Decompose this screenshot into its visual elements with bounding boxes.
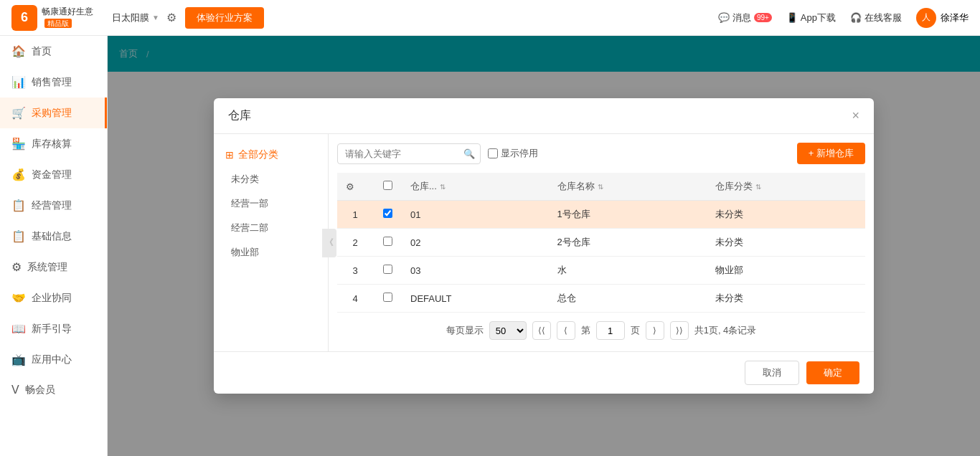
enterprise-icon: 🤝: [11, 291, 26, 305]
row-checkbox[interactable]: [383, 265, 392, 274]
sidebar-label-finance: 资金管理: [32, 168, 72, 181]
category-item-property[interactable]: 物业部: [214, 240, 328, 265]
table-row[interactable]: 3 03 水 物业部: [337, 257, 865, 285]
first-page-button[interactable]: ⟨⟨: [532, 321, 551, 340]
row-name: 2号仓库: [549, 229, 707, 257]
category-panel: ⊞ 全部分类 未分类 经营一部 经营二部 物业部 《: [214, 134, 329, 351]
app-download-action[interactable]: 📱 App下载: [786, 11, 836, 24]
page-size-select[interactable]: 50 100 200: [489, 321, 527, 340]
header-right: 💬 消息 99+ 📱 App下载 🎧 在线客服 人 徐泽华: [718, 8, 969, 28]
layout: 🏠 首页 📊 销售管理 🛒 采购管理 🏪 库存核算 💰 资金管理 📋 经营管理 …: [0, 36, 980, 456]
select-all-checkbox[interactable]: [383, 181, 392, 190]
sidebar-item-finance[interactable]: 💰 资金管理: [0, 159, 107, 190]
table-wrap: ⚙ 仓库...⇅ 仓库名称⇅ 仓库分类⇅ 1 0: [337, 173, 865, 313]
page-label: 第: [581, 324, 590, 337]
page-size-label: 每页显示: [446, 324, 484, 337]
user-avatar: 人: [916, 8, 936, 28]
row-checkbox[interactable]: [383, 293, 392, 302]
sidebar-label-apps: 应用中心: [32, 353, 72, 366]
settings-icon[interactable]: ⚙: [166, 11, 176, 24]
sidebar-item-enterprise[interactable]: 🤝 企业协同: [0, 282, 107, 313]
sidebar-item-inventory[interactable]: 🏪 库存核算: [0, 128, 107, 159]
row-checkbox[interactable]: [383, 209, 392, 218]
system-icon: ⚙: [11, 260, 22, 274]
th-checkbox: [373, 173, 402, 201]
row-code: 03: [402, 257, 549, 285]
row-checkbox[interactable]: [383, 237, 392, 246]
table-row[interactable]: 1 01 1号仓库 未分类: [337, 201, 865, 229]
category-item-ops2[interactable]: 经营二部: [214, 216, 328, 240]
prev-page-button[interactable]: ⟨: [557, 321, 575, 340]
modal-close-button[interactable]: ×: [852, 108, 859, 123]
store-selector[interactable]: 日太阳膜 ▼: [112, 11, 159, 24]
sidebar-item-operations[interactable]: 📋 经营管理: [0, 190, 107, 221]
table-row[interactable]: 4 DEFAULT 总仓 未分类: [337, 285, 865, 313]
sidebar-item-system[interactable]: ⚙ 系统管理: [0, 252, 107, 282]
category-item-ops1[interactable]: 经营一部: [214, 191, 328, 216]
message-icon: 💬: [718, 12, 730, 23]
show-disabled-label[interactable]: 显示停用: [488, 147, 538, 160]
collapse-button[interactable]: 《: [322, 229, 336, 257]
user-info[interactable]: 人 徐泽华: [916, 8, 969, 28]
category-item-unclassified[interactable]: 未分类: [214, 167, 328, 191]
operations-icon: 📋: [11, 199, 26, 212]
add-warehouse-button[interactable]: + 新增仓库: [797, 143, 865, 164]
content-panel: 🔍 显示停用 + 新增仓库: [329, 134, 874, 351]
sidebar: 🏠 首页 📊 销售管理 🛒 采购管理 🏪 库存核算 💰 资金管理 📋 经营管理 …: [0, 36, 108, 456]
sidebar-item-apps[interactable]: 📺 应用中心: [0, 344, 107, 375]
row-name: 水: [549, 257, 707, 285]
table-row[interactable]: 2 02 2号仓库 未分类: [337, 229, 865, 257]
next-page-button[interactable]: ⟩: [646, 321, 664, 340]
online-service-action[interactable]: 🎧 在线客服: [850, 11, 902, 24]
basics-icon: 📋: [11, 229, 26, 243]
cancel-button[interactable]: 取消: [745, 361, 799, 385]
inventory-icon: 🏪: [11, 137, 26, 151]
search-icon[interactable]: 🔍: [463, 148, 475, 159]
purchase-icon: 🛒: [11, 106, 26, 120]
confirm-button[interactable]: 确定: [806, 361, 859, 384]
show-disabled-text: 显示停用: [501, 147, 538, 160]
row-num: 3: [337, 257, 373, 285]
row-num: 1: [337, 201, 373, 229]
sales-icon: 📊: [11, 75, 26, 89]
sidebar-item-membership[interactable]: V 畅会员: [0, 375, 107, 405]
last-page-button[interactable]: ⟩⟩: [670, 321, 689, 340]
sidebar-item-purchase[interactable]: 🛒 采购管理: [0, 98, 107, 128]
brand-icon: 6: [11, 5, 37, 31]
store-name: 日太阳膜: [112, 11, 149, 24]
row-checkbox-cell: [373, 285, 402, 313]
sidebar-item-sales[interactable]: 📊 销售管理: [0, 67, 107, 98]
sidebar-label-inventory: 库存核算: [32, 138, 72, 151]
sidebar-item-basics[interactable]: 📋 基础信息: [0, 221, 107, 252]
page-input[interactable]: [596, 321, 625, 340]
try-industry-button[interactable]: 体验行业方案: [185, 7, 264, 29]
user-name: 徐泽华: [941, 11, 969, 24]
sidebar-label-operations: 经营管理: [32, 199, 72, 212]
headset-icon: 🎧: [850, 12, 862, 23]
sidebar-item-home[interactable]: 🏠 首页: [0, 36, 107, 67]
row-num: 2: [337, 229, 373, 257]
apps-icon: 📺: [11, 353, 26, 366]
sidebar-label-home: 首页: [32, 45, 52, 58]
messages-action[interactable]: 💬 消息 99+: [718, 11, 772, 24]
modal-body: ⊞ 全部分类 未分类 经营一部 经营二部 物业部 《: [214, 134, 874, 351]
show-disabled-checkbox[interactable]: [488, 148, 498, 158]
app-download-label: App下载: [801, 11, 836, 24]
store-dropdown-icon: ▼: [152, 14, 159, 22]
warehouse-modal: 仓库 × ⊞ 全部分类 未分类 经营一部 经营二部 物业部: [214, 98, 874, 394]
grid-icon: ⊞: [225, 149, 234, 161]
row-category: 物业部: [707, 257, 865, 285]
search-input[interactable]: [337, 143, 481, 164]
top-header: 6 畅康通好生意 精品版 日太阳膜 ▼ ⚙ 体验行业方案 💬 消息 99+ 📱 …: [0, 0, 980, 36]
row-category: 未分类: [707, 285, 865, 313]
main-content: 首页 / 仓库 × ⊞ 全部分类: [108, 36, 980, 456]
home-icon: 🏠: [11, 44, 26, 58]
warehouse-table: ⚙ 仓库...⇅ 仓库名称⇅ 仓库分类⇅ 1 0: [337, 173, 865, 313]
sidebar-item-guide[interactable]: 📖 新手引导: [0, 313, 107, 344]
membership-icon: V: [11, 384, 19, 396]
category-header[interactable]: ⊞ 全部分类: [214, 143, 328, 167]
sidebar-label-sales: 销售管理: [32, 76, 72, 89]
messages-badge: 99+: [754, 13, 772, 22]
row-code: DEFAULT: [402, 285, 549, 313]
row-code: 02: [402, 229, 549, 257]
